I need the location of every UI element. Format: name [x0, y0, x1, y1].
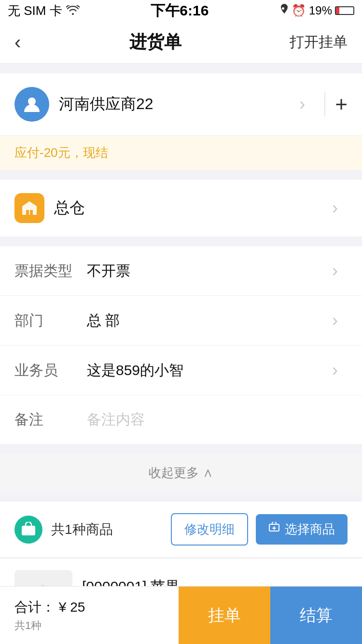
battery-text: 19% [309, 4, 332, 17]
form-section: 票据类型 不开票 › 部门 总 部 › 业务员 这是859的小智 › 备注 备注… [0, 246, 362, 444]
invoice-row[interactable]: 票据类型 不开票 › [0, 246, 362, 296]
sales-chevron-icon: › [332, 360, 338, 380]
page-title: 进货单 [129, 30, 181, 54]
supplier-row[interactable]: 河南供应商22 › + [0, 73, 362, 136]
remark-row[interactable]: 备注 备注内容 [0, 395, 362, 444]
products-count: 共1种商品 [51, 520, 171, 539]
nav-bar: ‹ 进货单 打开挂单 [0, 21, 362, 64]
carrier-text: 无 SIM 卡 [8, 2, 62, 19]
alarm-icon: ⏰ [292, 4, 306, 17]
warehouse-name: 总仓 [54, 197, 332, 219]
battery-icon [335, 6, 354, 15]
svg-point-0 [28, 98, 36, 105]
notice-bar: 应付-20元，现结 [0, 136, 362, 170]
checkout-button[interactable]: 结算 [270, 587, 362, 644]
supplier-chevron-icon: › [299, 94, 305, 114]
invoice-chevron-icon: › [332, 261, 338, 281]
warehouse-section[interactable]: 总仓 › [0, 180, 362, 237]
total-sub: 共1种 [14, 618, 164, 633]
collapse-label: 收起更多 ∧ [149, 465, 213, 480]
sales-label: 业务员 [14, 361, 72, 380]
bottom-bar: 合计： ¥ 25 共1种 挂单 结算 [0, 586, 362, 644]
hang-button[interactable]: 挂单 [179, 587, 270, 644]
svg-rect-1 [26, 210, 29, 215]
status-right: ⏰ 19% [280, 4, 354, 17]
collapse-row[interactable]: 收起更多 ∧ [0, 454, 362, 492]
remark-input[interactable]: 备注内容 [72, 410, 348, 430]
products-icon [14, 516, 42, 544]
select-product-button[interactable]: 选择商品 [256, 514, 348, 545]
invoice-value: 不开票 [72, 261, 332, 281]
divider [324, 92, 325, 116]
select-icon [268, 522, 280, 537]
back-button[interactable]: ‹ [14, 31, 21, 53]
dept-label: 部门 [14, 311, 72, 331]
dept-chevron-icon: › [332, 310, 338, 331]
total-area: 合计： ¥ 25 共1种 [0, 587, 179, 644]
sales-row[interactable]: 业务员 这是859的小智 › [0, 346, 362, 395]
status-bar: 无 SIM 卡 下午6:16 ⏰ 19% [0, 0, 362, 21]
edit-detail-button[interactable]: 修改明细 [171, 513, 248, 546]
supplier-name: 河南供应商22 [59, 94, 299, 115]
svg-rect-2 [30, 210, 33, 215]
svg-rect-3 [22, 526, 35, 535]
notice-text: 应付-20元，现结 [14, 145, 108, 160]
supplier-avatar [14, 87, 49, 122]
warehouse-icon [14, 193, 44, 223]
remark-label: 备注 [14, 410, 72, 430]
invoice-label: 票据类型 [14, 261, 72, 281]
location-icon [280, 4, 289, 17]
supplier-section: 河南供应商22 › + 应付-20元，现结 [0, 73, 362, 170]
total-text: 合计： [14, 600, 55, 615]
add-button[interactable]: + [335, 92, 348, 116]
products-header: 共1种商品 修改明细 选择商品 [0, 502, 362, 558]
warehouse-chevron-icon: › [332, 198, 338, 218]
status-time: 下午6:16 [151, 1, 209, 21]
dept-row[interactable]: 部门 总 部 › [0, 296, 362, 346]
total-amount: ¥ 25 [59, 600, 85, 615]
status-left: 无 SIM 卡 [8, 2, 80, 19]
dept-value: 总 部 [72, 311, 332, 331]
select-product-label: 选择商品 [285, 521, 335, 538]
sales-value: 这是859的小智 [72, 361, 332, 380]
total-label: 合计： ¥ 25 [14, 598, 164, 616]
wifi-icon [66, 3, 80, 18]
open-hang-button[interactable]: 打开挂单 [290, 32, 348, 52]
